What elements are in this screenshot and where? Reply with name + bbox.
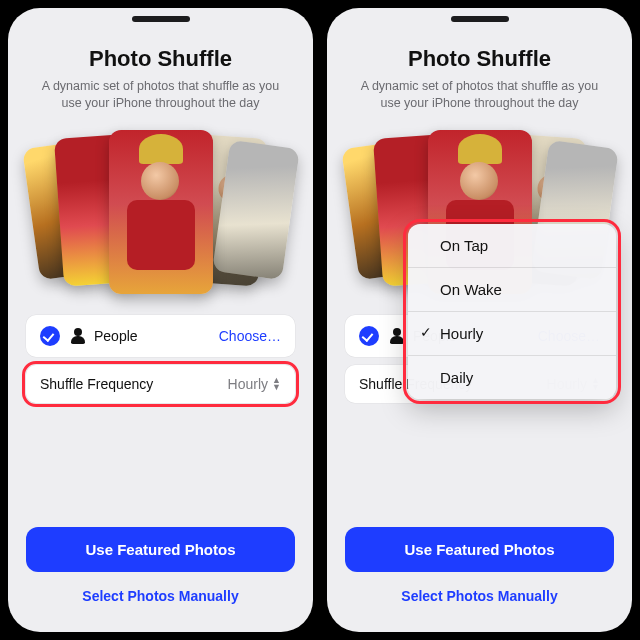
select-photos-manually-button[interactable]: Select Photos Manually <box>26 582 295 610</box>
phone-left: Photo Shuffle A dynamic set of photos th… <box>4 4 317 636</box>
frequency-value: Hourly <box>228 376 268 392</box>
use-featured-photos-button[interactable]: Use Featured Photos <box>26 527 295 572</box>
person-icon <box>389 328 405 344</box>
frequency-menu: On Tap On Wake Hourly Daily <box>408 224 616 399</box>
frequency-label: Shuffle Frequency <box>40 376 153 392</box>
photo-thumbnail-front <box>109 130 213 294</box>
checkmark-icon <box>40 326 60 346</box>
select-photos-manually-button[interactable]: Select Photos Manually <box>345 582 614 610</box>
frequency-option-daily[interactable]: Daily <box>408 356 616 399</box>
photo-carousel <box>31 126 291 301</box>
page-title: Photo Shuffle <box>408 46 551 72</box>
frequency-option-hourly[interactable]: Hourly <box>408 312 616 356</box>
notch <box>451 16 509 22</box>
notch <box>132 16 190 22</box>
people-label: People <box>94 328 138 344</box>
people-row[interactable]: People Choose… <box>26 315 295 357</box>
up-down-chevron-icon: ▲▼ <box>272 377 281 391</box>
frequency-option-on-wake[interactable]: On Wake <box>408 268 616 312</box>
choose-link[interactable]: Choose… <box>219 328 281 344</box>
page-subtitle: A dynamic set of photos that shuffle as … <box>350 78 610 112</box>
use-featured-photos-button[interactable]: Use Featured Photos <box>345 527 614 572</box>
phone-right: Photo Shuffle A dynamic set of photos th… <box>323 4 636 636</box>
page-title: Photo Shuffle <box>89 46 232 72</box>
shuffle-frequency-row[interactable]: Shuffle Frequency Hourly ▲▼ <box>26 365 295 403</box>
person-icon <box>70 328 86 344</box>
page-subtitle: A dynamic set of photos that shuffle as … <box>31 78 291 112</box>
checkmark-icon <box>359 326 379 346</box>
frequency-option-on-tap[interactable]: On Tap <box>408 224 616 268</box>
